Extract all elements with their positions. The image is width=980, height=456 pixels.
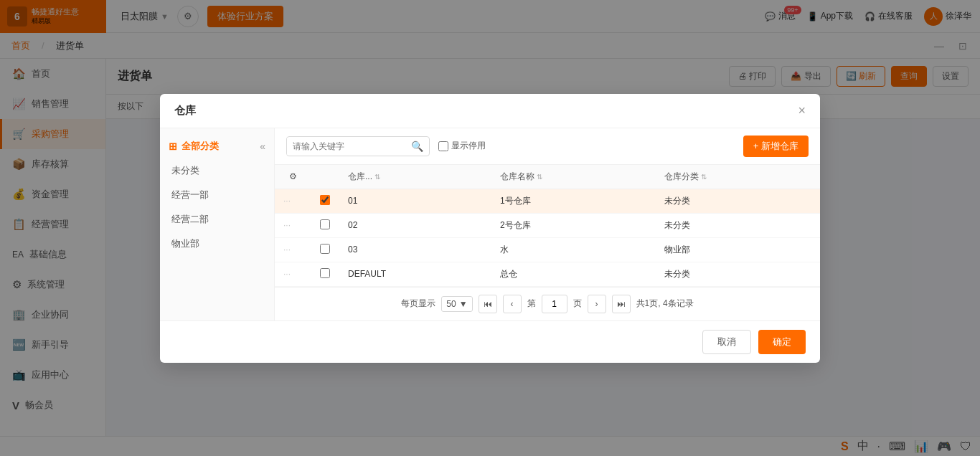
table-header-row: ⚙ 仓库... ⇅ 仓库名称 ⇅ 仓库分类 ⇅ xyxy=(275,165,820,189)
page-size-chevron: ▼ xyxy=(459,299,468,309)
col-header-chk xyxy=(311,165,339,189)
table-row[interactable]: ··· 02 2号仓库 未分类 xyxy=(275,213,820,237)
row-code: 03 xyxy=(339,237,491,262)
category-header: ⊞ 全部分类 « xyxy=(160,134,274,158)
category-item-ops1[interactable]: 经营一部 xyxy=(160,183,274,207)
sort-code-icon: ⇅ xyxy=(374,173,380,181)
row-code: DEFAULT xyxy=(339,262,491,286)
data-table: ⚙ 仓库... ⇅ 仓库名称 ⇅ 仓库分类 ⇅ ··· 01 1号仓库 未分类 xyxy=(275,165,820,287)
row-checkbox[interactable] xyxy=(320,244,330,254)
row-ops: ··· xyxy=(275,189,311,213)
category-list: 未分类经营一部经营二部物业部 xyxy=(160,158,274,256)
row-category: 未分类 xyxy=(656,213,820,237)
page-size-select[interactable]: 50 ▼ xyxy=(441,296,472,312)
modal-footer: 取消 确定 xyxy=(160,320,820,363)
sort-cat-icon: ⇅ xyxy=(701,173,707,181)
row-category: 未分类 xyxy=(656,189,820,213)
modal-body: ⊞ 全部分类 « 未分类经营一部经营二部物业部 🔍 xyxy=(160,128,820,320)
all-categories-label: 全部分类 xyxy=(182,140,219,153)
sort-name-icon: ⇅ xyxy=(537,173,542,181)
page-prev-button[interactable]: ‹ xyxy=(503,295,522,313)
row-ops: ··· xyxy=(275,237,311,262)
show-disabled-checkbox[interactable] xyxy=(438,141,448,151)
table-row[interactable]: ··· 01 1号仓库 未分类 xyxy=(275,189,820,213)
cancel-button[interactable]: 取消 xyxy=(702,330,751,354)
category-item-ops2[interactable]: 经营二部 xyxy=(160,207,274,232)
table-toolbar: 🔍 显示停用 + 新增仓库 xyxy=(275,128,820,165)
confirm-button[interactable]: 确定 xyxy=(758,330,806,354)
total-label: 共1页, 4条记录 xyxy=(636,298,694,310)
page-size-value: 50 xyxy=(446,299,456,309)
modal-close-button[interactable]: × xyxy=(798,104,806,117)
row-checkbox-cell[interactable] xyxy=(311,213,339,237)
row-ops: ··· xyxy=(275,213,311,237)
show-disabled-text: 显示停用 xyxy=(451,140,486,152)
category-sidebar: ⊞ 全部分类 « 未分类经营一部经营二部物业部 xyxy=(160,128,275,320)
table-row[interactable]: ··· DEFAULT 总仓 未分类 xyxy=(275,262,820,286)
warehouse-modal: 仓库 × ⊞ 全部分类 « 未分类经营一部经营二部物业部 xyxy=(160,94,820,363)
col-header-code[interactable]: 仓库... ⇅ xyxy=(339,165,491,189)
row-name: 水 xyxy=(491,237,656,262)
new-warehouse-button[interactable]: + 新增仓库 xyxy=(743,136,809,157)
row-checkbox-cell[interactable] xyxy=(311,237,339,262)
row-code: 02 xyxy=(339,213,491,237)
page-first-button[interactable]: ⏮ xyxy=(479,295,497,313)
category-collapse-button[interactable]: « xyxy=(260,141,265,152)
search-box: 🔍 xyxy=(286,136,430,156)
row-category: 物业部 xyxy=(656,237,820,262)
row-checkbox[interactable] xyxy=(320,219,330,229)
category-item-uncategorized[interactable]: 未分类 xyxy=(160,158,274,183)
page-last-button[interactable]: ⏭ xyxy=(612,295,631,313)
page-number-input[interactable] xyxy=(542,295,567,313)
page-label: 第 xyxy=(527,298,536,310)
table-body: ··· 01 1号仓库 未分类 ··· 02 2号仓库 未分类 ··· 03 水… xyxy=(275,189,820,286)
modal-overlay: 仓库 × ⊞ 全部分类 « 未分类经营一部经营二部物业部 xyxy=(0,0,980,456)
row-name: 1号仓库 xyxy=(491,189,656,213)
category-item-property[interactable]: 物业部 xyxy=(160,232,274,256)
row-checkbox-cell[interactable] xyxy=(311,262,339,286)
all-categories-item[interactable]: ⊞ 全部分类 xyxy=(169,140,219,153)
modal-title: 仓库 xyxy=(174,104,196,118)
modal-header: 仓库 × xyxy=(160,94,820,128)
row-checkbox[interactable] xyxy=(320,195,330,205)
row-checkbox-cell[interactable] xyxy=(311,189,339,213)
row-ops: ··· xyxy=(275,262,311,286)
row-checkbox[interactable] xyxy=(320,268,330,278)
col-header-ops: ⚙ xyxy=(275,165,311,189)
row-category: 未分类 xyxy=(656,262,820,286)
search-input[interactable] xyxy=(287,138,405,155)
table-area: 🔍 显示停用 + 新增仓库 ⚙ xyxy=(275,128,820,320)
row-name: 2号仓库 xyxy=(491,213,656,237)
grid-icon: ⊞ xyxy=(169,141,177,152)
pagination: 每页显示 50 ▼ ⏮ ‹ 第 页 › ⏭ 共1页, 4条记录 xyxy=(275,287,820,320)
row-code: 01 xyxy=(339,189,491,213)
page-next-button[interactable]: › xyxy=(588,295,606,313)
show-disabled-label[interactable]: 显示停用 xyxy=(438,140,486,152)
col-header-name[interactable]: 仓库名称 ⇅ xyxy=(491,165,656,189)
search-button[interactable]: 🔍 xyxy=(405,137,429,156)
col-header-category[interactable]: 仓库分类 ⇅ xyxy=(656,165,820,189)
page-unit: 页 xyxy=(573,298,582,310)
row-name: 总仓 xyxy=(491,262,656,286)
table-row[interactable]: ··· 03 水 物业部 xyxy=(275,237,820,262)
warehouse-table: ⚙ 仓库... ⇅ 仓库名称 ⇅ 仓库分类 ⇅ ··· 01 1号仓库 未分类 xyxy=(275,165,820,287)
page-size-label: 每页显示 xyxy=(401,298,435,310)
